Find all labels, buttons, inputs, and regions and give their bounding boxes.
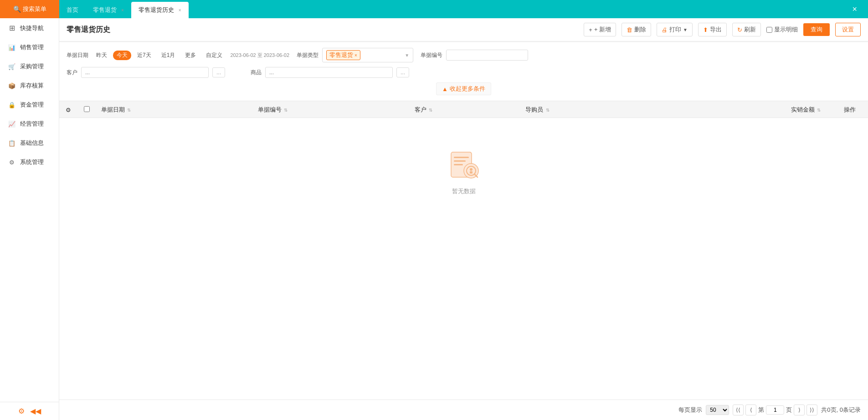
sidebar-item-operations-mgmt-label: 经营管理 xyxy=(20,120,44,128)
select-all-checkbox[interactable] xyxy=(84,106,90,112)
query-label: 查询 xyxy=(811,26,822,33)
th-doc-num[interactable]: 单据编号 ⇅ xyxy=(252,102,409,118)
th-settings[interactable]: ⚙ xyxy=(59,102,77,118)
sidebar-bottom: ⚙ ◀◀ xyxy=(0,402,59,420)
sidebar-item-basic-info-label: 基础信息 xyxy=(20,139,44,147)
goods-ellipsis-btn[interactable]: ... xyxy=(396,67,409,77)
pagination: 每页显示 10 20 50 100 ⟨⟨ ⟨ 第 页 ⟩ ⟩⟩ 共0页, 0条记… xyxy=(59,400,868,420)
empty-state-row: 暂无数据 xyxy=(59,118,868,223)
date-btn-more[interactable]: 更多 xyxy=(181,50,200,61)
basic-info-icon: 📋 xyxy=(7,140,16,147)
page-header: 零售退货历史 + + 新增 🗑 删除 🖨 打印 ▼ ⬆ 导出 xyxy=(59,18,868,41)
tab-retail-return-close[interactable]: × xyxy=(121,8,124,13)
refresh-button[interactable]: ↻ 刷新 xyxy=(732,23,761,36)
date-btn-yesterday[interactable]: 昨天 xyxy=(92,50,111,61)
sidebar-item-operations-mgmt[interactable]: 📈 经营管理 xyxy=(0,114,59,133)
query-button[interactable]: 查询 xyxy=(803,23,830,36)
date-range-display: 2023-06-02 至 2023-06-02 xyxy=(230,52,289,59)
page-size-select[interactable]: 10 20 50 100 xyxy=(706,405,729,415)
date-btn-custom[interactable]: 自定义 xyxy=(202,50,226,61)
empty-state-cell: 暂无数据 xyxy=(59,118,868,223)
date-btn-today[interactable]: 今天 xyxy=(113,51,131,60)
page-title: 零售退货历史 xyxy=(67,25,110,35)
display-detail-checkbox[interactable] xyxy=(766,27,772,33)
add-button[interactable]: + + 新增 xyxy=(584,23,616,36)
date-filter-label: 单据日期 xyxy=(67,51,88,59)
date-btn-7days[interactable]: 近7天 xyxy=(133,50,155,61)
th-guide-label: 导购员 xyxy=(525,106,543,113)
sidebar-item-quick-nav-label: 快捷导航 xyxy=(20,24,44,32)
delete-label: 删除 xyxy=(634,26,646,34)
date-btn-1month[interactable]: 近1月 xyxy=(157,50,180,61)
customer-ellipsis-btn[interactable]: ... xyxy=(212,67,225,77)
page-first-button[interactable]: ⟨⟨ xyxy=(733,405,744,415)
page-number-input[interactable] xyxy=(766,405,784,415)
sidebar-item-inventory[interactable]: 📦 库存核算 xyxy=(0,76,59,95)
table-settings-icon[interactable]: ⚙ xyxy=(66,107,71,113)
tab-home[interactable]: 首页 xyxy=(59,2,86,18)
th-customer[interactable]: 客户 ⇅ xyxy=(409,102,520,118)
sidebar-item-finance-mgmt[interactable]: 🔒 资金管理 xyxy=(0,95,59,114)
page-next-button[interactable]: ⟩ xyxy=(794,405,805,415)
print-label: 打印 xyxy=(669,26,681,34)
page-label: 第 xyxy=(758,406,764,414)
doc-type-tag: 零售退货 × xyxy=(326,50,360,60)
th-customer-label: 客户 xyxy=(415,106,426,113)
th-doc-date[interactable]: 单据日期 ⇅ xyxy=(96,102,252,118)
tab-retail-return-history[interactable]: 零售退货历史 × xyxy=(131,2,189,18)
doc-type-tag-remove[interactable]: × xyxy=(354,53,357,58)
sales-mgmt-icon: 📊 xyxy=(7,44,16,51)
sidebar-item-quick-nav[interactable]: ⊞ 快捷导航 xyxy=(0,18,59,38)
sidebar-item-finance-mgmt-label: 资金管理 xyxy=(20,101,44,109)
export-label: 导出 xyxy=(710,26,722,34)
export-button[interactable]: ⬆ 导出 xyxy=(698,23,727,36)
top-bar-right: × xyxy=(848,5,868,14)
page-prev-button[interactable]: ⟨ xyxy=(745,405,756,415)
th-checkbox[interactable] xyxy=(77,102,96,118)
sidebar-item-purchase-mgmt[interactable]: 🛒 采购管理 xyxy=(0,57,59,76)
filter-row-1: 单据日期 昨天 今天 近7天 近1月 更多 自定义 2023-06-02 至 2… xyxy=(67,48,861,62)
refresh-label: 刷新 xyxy=(744,26,756,34)
empty-state: 暂无数据 xyxy=(59,118,868,223)
sidebar-audio-icon[interactable]: ◀◀ xyxy=(30,407,41,415)
customer-filter-item: 客户 ... xyxy=(67,67,225,78)
sidebar-item-inventory-label: 库存核算 xyxy=(20,82,44,90)
customer-input[interactable] xyxy=(81,67,209,78)
tab-retail-return-history-close[interactable]: × xyxy=(179,8,181,13)
total-info: 共0页, 0条记录 xyxy=(821,406,861,414)
print-button[interactable]: 🖨 打印 ▼ xyxy=(657,23,693,36)
sidebar-item-sales-mgmt-label: 销售管理 xyxy=(20,43,44,51)
svg-rect-8 xyxy=(470,171,473,174)
page-last-button[interactable]: ⟩⟩ xyxy=(806,405,817,415)
th-actual-amount[interactable]: 实销金额 ⇅ xyxy=(654,102,832,118)
search-menu-button[interactable]: 🔍 搜索菜单 xyxy=(0,0,59,18)
delete-button[interactable]: 🗑 删除 xyxy=(621,23,651,36)
collapse-icon: ▲ xyxy=(442,86,448,92)
collapse-filters-button[interactable]: ▲ 收起更多条件 xyxy=(436,82,491,95)
inventory-icon: 📦 xyxy=(7,82,16,89)
sidebar-item-system-mgmt[interactable]: ⚙ 系统管理 xyxy=(0,153,59,172)
doc-type-select[interactable]: 零售退货 × ▼ xyxy=(322,48,413,62)
table-header-row: ⚙ 单据日期 ⇅ 单据编号 ⇅ xyxy=(59,102,868,118)
sidebar-item-basic-info[interactable]: 📋 基础信息 xyxy=(0,133,59,153)
display-detail-checkbox-label[interactable]: 显示明细 xyxy=(766,26,798,34)
settings-button[interactable]: 设置 xyxy=(835,23,861,36)
sidebar-item-sales-mgmt[interactable]: 📊 销售管理 xyxy=(0,38,59,57)
empty-state-text: 暂无数据 xyxy=(452,187,476,195)
add-icon: + xyxy=(589,26,592,33)
tab-retail-return[interactable]: 零售退货 × xyxy=(86,2,131,18)
th-operation: 操作 xyxy=(832,102,868,118)
collapse-label: 收起更多条件 xyxy=(450,85,485,93)
page-unit: 页 xyxy=(786,406,792,414)
system-mgmt-icon: ⚙ xyxy=(7,159,16,166)
doc-num-input[interactable] xyxy=(446,50,528,61)
date-filters: 昨天 今天 近7天 近1月 更多 自定义 xyxy=(92,50,226,61)
goods-input[interactable] xyxy=(265,67,393,78)
window-close-button[interactable]: × xyxy=(848,5,861,14)
sidebar-settings-icon[interactable]: ⚙ xyxy=(18,407,25,415)
doc-num-label: 单据编号 xyxy=(421,51,442,59)
svg-rect-2 xyxy=(454,160,466,162)
tab-retail-return-label: 零售退货 xyxy=(93,6,117,14)
th-guide[interactable]: 导购员 ⇅ xyxy=(520,102,654,118)
doc-num-sort-icon: ⇅ xyxy=(284,108,288,113)
